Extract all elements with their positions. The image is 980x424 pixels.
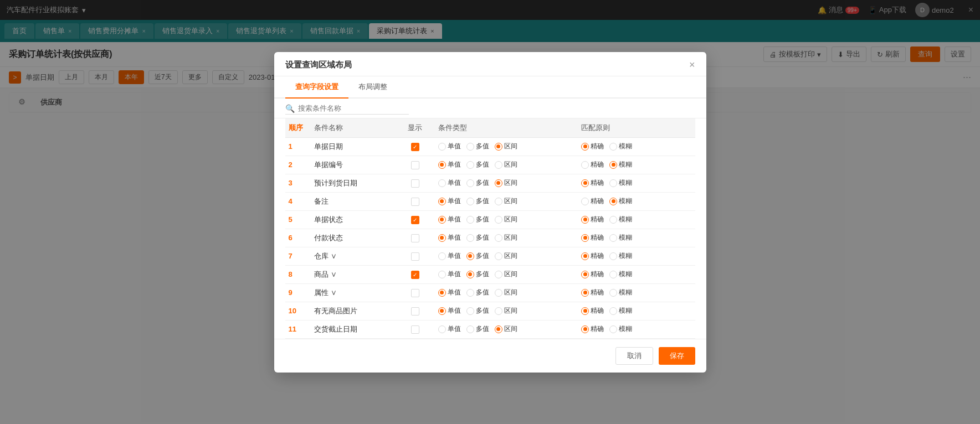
match-radio-item[interactable]: 模糊 <box>609 178 632 188</box>
cell-match: 精确模糊 <box>578 302 695 320</box>
type-radio-item[interactable]: 单值 <box>438 233 461 242</box>
cancel-button[interactable]: 取消 <box>615 347 653 365</box>
match-radio-item[interactable]: 模糊 <box>609 288 632 297</box>
display-checkbox[interactable]: ✓ <box>411 271 419 279</box>
radio-circle <box>581 325 589 333</box>
th-display: 显示 <box>396 118 434 138</box>
type-radio-item[interactable]: 多值 <box>466 306 489 316</box>
radio-circle <box>466 179 474 187</box>
type-radio-item[interactable]: 单值 <box>438 251 461 261</box>
type-radio-item[interactable]: 区间 <box>495 160 517 169</box>
display-checkbox[interactable] <box>411 289 419 297</box>
type-radio-item[interactable]: 单值 <box>438 324 461 334</box>
match-radio-item[interactable]: 精确 <box>581 160 604 169</box>
radio-circle <box>609 161 617 169</box>
modal-tab-query[interactable]: 查询字段设置 <box>285 76 348 99</box>
match-radio-item[interactable]: 精确 <box>581 324 604 334</box>
type-radio-item[interactable]: 区间 <box>495 270 517 279</box>
cell-display[interactable] <box>396 320 434 338</box>
cell-display[interactable] <box>396 156 434 174</box>
cell-order: 3 <box>285 174 311 192</box>
cell-display[interactable] <box>396 174 434 192</box>
match-radio-item[interactable]: 精确 <box>581 215 604 224</box>
type-radio-item[interactable]: 区间 <box>495 251 517 261</box>
match-radio-item[interactable]: 精确 <box>581 288 604 297</box>
cell-display[interactable] <box>396 192 434 210</box>
match-radio-item[interactable]: 精确 <box>581 306 604 316</box>
match-radio-item[interactable]: 模糊 <box>609 270 632 279</box>
cell-display[interactable] <box>396 283 434 302</box>
cell-display[interactable] <box>396 302 434 320</box>
type-radio-item[interactable]: 区间 <box>495 324 517 334</box>
cell-display[interactable]: ✓ <box>396 265 434 283</box>
cell-name: 商品 ∨ <box>311 265 396 283</box>
display-checkbox[interactable] <box>411 325 419 334</box>
cell-display[interactable] <box>396 247 434 265</box>
type-radio-item[interactable]: 单值 <box>438 160 461 169</box>
type-radio-item[interactable]: 区间 <box>495 306 517 316</box>
modal-close-button[interactable]: × <box>689 60 695 70</box>
cell-display[interactable]: ✓ <box>396 137 434 156</box>
match-radio-item[interactable]: 模糊 <box>609 160 632 169</box>
type-radio-item[interactable]: 多值 <box>466 178 489 188</box>
match-radio-item[interactable]: 精确 <box>581 178 604 188</box>
type-radio-item[interactable]: 单值 <box>438 178 461 188</box>
type-radio-item[interactable]: 区间 <box>495 288 517 297</box>
match-radio-item[interactable]: 精确 <box>581 251 604 261</box>
type-radio-item[interactable]: 多值 <box>466 233 489 242</box>
radio-label: 多值 <box>476 215 489 224</box>
type-radio-item[interactable]: 多值 <box>466 160 489 169</box>
cell-display[interactable]: ✓ <box>396 210 434 229</box>
type-radio-item[interactable]: 多值 <box>466 270 489 279</box>
modal-tab-layout[interactable]: 布局调整 <box>348 76 397 99</box>
type-radio-item[interactable]: 区间 <box>495 178 517 188</box>
match-radio-item[interactable]: 模糊 <box>609 306 632 316</box>
type-radio-item[interactable]: 单值 <box>438 288 461 297</box>
type-radio-item[interactable]: 多值 <box>466 215 489 224</box>
radio-label: 模糊 <box>619 251 632 261</box>
type-radio-item[interactable]: 多值 <box>466 288 489 297</box>
match-radio-item[interactable]: 模糊 <box>609 215 632 224</box>
type-radio-item[interactable]: 区间 <box>495 215 517 224</box>
match-radio-item[interactable]: 模糊 <box>609 197 632 206</box>
radio-label: 模糊 <box>619 178 632 188</box>
type-radio-item[interactable]: 区间 <box>495 142 517 151</box>
type-radio-item[interactable]: 多值 <box>466 324 489 334</box>
table-row: 4备注单值多值区间精确模糊 <box>285 192 695 210</box>
type-radio-item[interactable]: 区间 <box>495 197 517 206</box>
display-checkbox[interactable]: ✓ <box>411 143 419 151</box>
display-checkbox[interactable]: ✓ <box>411 216 419 224</box>
match-radio-item[interactable]: 模糊 <box>609 324 632 334</box>
display-checkbox[interactable] <box>411 179 419 188</box>
display-checkbox[interactable] <box>411 161 419 169</box>
match-radio-item[interactable]: 精确 <box>581 197 604 206</box>
match-radio-item[interactable]: 精确 <box>581 142 604 151</box>
type-radio-item[interactable]: 多值 <box>466 251 489 261</box>
match-radio-item[interactable]: 模糊 <box>609 142 632 151</box>
type-radio-item[interactable]: 单值 <box>438 270 461 279</box>
match-radio-item[interactable]: 模糊 <box>609 251 632 261</box>
radio-label: 单值 <box>448 142 461 151</box>
match-radio-item[interactable]: 精确 <box>581 270 604 279</box>
match-radio-item[interactable]: 模糊 <box>609 233 632 242</box>
search-input[interactable] <box>298 104 409 112</box>
type-radio-item[interactable]: 单值 <box>438 197 461 206</box>
type-radio-item[interactable]: 单值 <box>438 215 461 224</box>
radio-circle <box>495 143 502 151</box>
type-radio-item[interactable]: 多值 <box>466 197 489 206</box>
cell-type: 单值多值区间 <box>435 320 578 338</box>
radio-label: 单值 <box>448 197 461 206</box>
type-radio-item[interactable]: 单值 <box>438 142 461 151</box>
display-checkbox[interactable] <box>411 198 419 206</box>
save-button[interactable]: 保存 <box>659 347 695 365</box>
radio-label: 精确 <box>591 288 604 297</box>
type-radio-item[interactable]: 单值 <box>438 306 461 316</box>
radio-circle <box>466 161 474 169</box>
display-checkbox[interactable] <box>411 234 419 242</box>
display-checkbox[interactable] <box>411 252 419 261</box>
display-checkbox[interactable] <box>411 307 419 316</box>
cell-display[interactable] <box>396 229 434 247</box>
type-radio-item[interactable]: 区间 <box>495 233 517 242</box>
type-radio-item[interactable]: 多值 <box>466 142 489 151</box>
match-radio-item[interactable]: 精确 <box>581 233 604 242</box>
